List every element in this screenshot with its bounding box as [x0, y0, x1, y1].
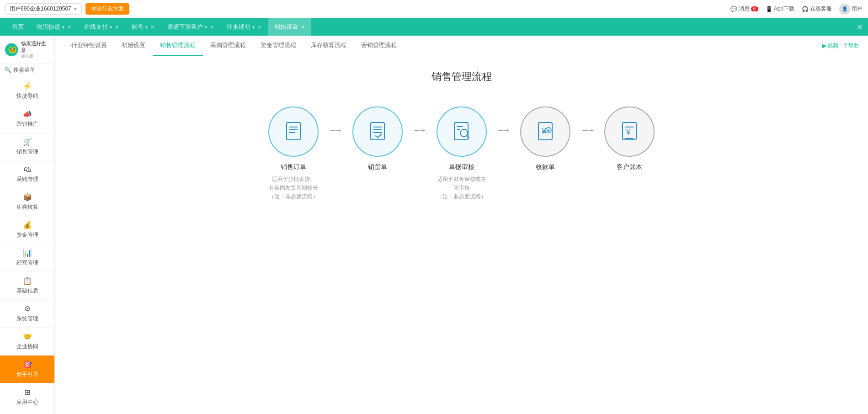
arrow-icon: ---→ [498, 125, 509, 135]
nav-tab-account[interactable]: 账号 ▾ ✕ [125, 18, 161, 36]
user-name-label: 用户 [852, 5, 863, 13]
arrow-icon: ---→ [330, 125, 341, 135]
arrow-icon: ---→ [582, 125, 593, 135]
app-download-button[interactable]: 📱 App下载 [766, 5, 794, 13]
megaphone-icon: 📣 [23, 110, 32, 118]
target-icon: 🎯 [23, 360, 32, 369]
close-icon[interactable]: ✕ [150, 24, 154, 30]
sidebar-item-system[interactable]: ⚙ 系统管理 [0, 300, 54, 328]
sub-tab-finance-flow[interactable]: 资金管理流程 [253, 36, 304, 56]
nav-tab-payment[interactable]: 在线支付 ▾ ✕ [78, 18, 125, 36]
sidebar-item-collaboration[interactable]: 🤝 企业协同 [0, 328, 54, 356]
user-avatar-button[interactable]: 👤 用户 [839, 4, 863, 15]
sidebar-item-purchase[interactable]: 🛍 采购管理 [0, 161, 54, 188]
nav-tab-account-label: 账号 [132, 23, 144, 31]
flow-item-receipt[interactable]: ¥ 收款单 [509, 106, 582, 175]
search-label: 搜索菜单 [13, 66, 35, 74]
sidebar-item-sales-label: 销售管理 [16, 148, 38, 156]
close-icon[interactable]: ✕ [210, 24, 214, 30]
flow-item-sales-invoice[interactable]: 销货单 [341, 106, 414, 175]
sub-tab-industry[interactable]: 行业特性设置 [64, 36, 114, 56]
message-button[interactable]: 💬 消息 6 [730, 5, 758, 13]
app-download-label: App下载 [774, 5, 794, 13]
sidebar-item-operations[interactable]: 📊 经营管理 [0, 244, 54, 272]
video-icon: ▶ [822, 42, 826, 49]
sub-tab-init[interactable]: 初始设置 [114, 36, 153, 56]
sub-tab-purchase-flow[interactable]: 采购管理流程 [203, 36, 253, 56]
page-content: 销售管理流程 销售订单 适用于分批发货、有合同发货周期较长（注：非必要流程） [55, 56, 868, 414]
nav-tab-period[interactable]: 往来期初 ▾ ✕ [220, 18, 268, 36]
nav-tab-init-settings[interactable]: 初始设置 ✕ [268, 18, 311, 36]
sidebar-item-purchase-label: 采购管理 [16, 175, 38, 183]
logo-badge: 标准版 [21, 53, 50, 59]
sidebar-item-apps-label: 应用中心 [16, 398, 38, 406]
close-icon[interactable]: ✕ [301, 24, 305, 30]
nav-tab-logistics-label: 物流快递 [37, 23, 60, 31]
close-icon[interactable]: ✕ [257, 24, 261, 30]
flow-label-audit: 单据审核 [449, 163, 474, 171]
flow-item-sales-order[interactable]: 销售订单 适用于分批发货、有合同发货周期较长（注：非必要流程） [257, 106, 330, 202]
nav-tab-payment-label: 在线支付 [84, 23, 108, 31]
nav-tab-home-label: 首页 [12, 23, 24, 31]
sidebar-item-sales[interactable]: 🛒 销售管理 [0, 133, 54, 161]
sub-tab-industry-label: 行业特性设置 [71, 42, 107, 48]
flow-diagram: 销售订单 适用于分批发货、有合同发货周期较长（注：非必要流程） ---→ [73, 106, 850, 202]
flow-label-sales-invoice: 销货单 [368, 163, 387, 171]
logo-icon: 🐸 [5, 42, 18, 57]
flow-desc-sales-order: 适用于分批发货、有合同发货周期较长（注：非必要流程） [269, 175, 318, 202]
video-help-button[interactable]: ▶ 视频 [822, 42, 838, 50]
sidebar-item-system-label: 系统管理 [16, 315, 38, 323]
sidebar-search[interactable]: 🔍 搜索菜单 [0, 64, 54, 77]
help-icon: ? [844, 42, 847, 49]
sidebar-item-wechat[interactable]: 💬 企业微信 [0, 411, 54, 414]
sidebar-item-quick-nav[interactable]: ⚡ 快捷导航 [0, 77, 54, 105]
sub-tab-purchase-flow-label: 采购管理流程 [210, 42, 246, 48]
online-service-label: 在线客服 [810, 5, 832, 13]
chevron-down-icon: ▾ [252, 25, 255, 30]
account-icon: ¥ [618, 120, 641, 143]
nav-close-all-button[interactable]: ✕ [857, 23, 863, 32]
svg-text:🐸: 🐸 [8, 45, 17, 54]
help-label: 帮助 [848, 42, 859, 50]
experience-button[interactable]: 体验行业方案 [85, 3, 129, 15]
cart-icon: 🛒 [23, 138, 32, 146]
chevron-down-icon: ▾ [62, 25, 64, 30]
headset-icon: 🎧 [802, 6, 809, 12]
main-layout: 🐸 畅康通好生意 标准版 🔍 搜索菜单 ⚡ 快捷导航 📣 营销推广 🛒 销售管理… [0, 36, 868, 414]
sidebar-item-marketing[interactable]: 📣 营销推广 [0, 105, 54, 133]
user-selector-text: 用户690企业1660120507 [10, 5, 71, 13]
close-icon[interactable]: ✕ [67, 24, 71, 30]
flow-item-audit[interactable]: 单据审核 适用于财务审核或主管审核（注：非必要流程） [425, 106, 498, 202]
search-icon: 🔍 [5, 67, 11, 73]
close-icon[interactable]: ✕ [115, 24, 119, 30]
flow-circle-sales-invoice [352, 106, 403, 157]
sidebar-item-basics[interactable]: 📋 基础信息 [0, 272, 54, 300]
video-label: 视频 [827, 42, 838, 50]
sidebar-item-apps[interactable]: ⊞ 应用中心 [0, 383, 54, 411]
sub-tab-marketing-flow[interactable]: 营销管理流程 [354, 36, 404, 56]
nav-tab-home[interactable]: 首页 [5, 18, 30, 36]
sidebar-item-guide-label: 新手引导 [16, 371, 38, 378]
help-button[interactable]: ? 帮助 [844, 42, 859, 50]
avatar: 👤 [839, 4, 850, 15]
svg-text:¥: ¥ [626, 128, 630, 136]
sidebar-item-guide[interactable]: 🎯 新手引导 [0, 356, 54, 383]
box-icon: 📦 [23, 193, 32, 202]
sidebar-item-inventory[interactable]: 📦 库存核算 [0, 188, 54, 216]
lightning-icon: ⚡ [23, 82, 32, 90]
sub-tab-inventory-flow[interactable]: 库存核算流程 [304, 36, 354, 56]
sub-tab-sales-flow[interactable]: 销售管理流程 [153, 36, 203, 56]
bag-icon: 🛍 [24, 165, 31, 174]
chevron-down-icon: ▾ [110, 25, 112, 30]
user-selector[interactable]: 用户690企业1660120507 ▼ [5, 3, 82, 15]
sidebar-item-inventory-label: 库存核算 [16, 203, 38, 211]
flow-item-account[interactable]: ¥ 客户账本 [593, 106, 666, 175]
sidebar-item-operations-label: 经营管理 [16, 259, 38, 267]
grid-icon: ⊞ [24, 388, 30, 397]
sidebar-item-finance[interactable]: 💰 资金管理 [0, 216, 54, 244]
chevron-down-icon: ▼ [73, 6, 78, 11]
nav-tab-invite[interactable]: 邀请下游客户 ▾ ✕ [161, 18, 220, 36]
nav-tab-logistics[interactable]: 物流快递 ▾ ✕ [30, 18, 78, 36]
online-service-button[interactable]: 🎧 在线客服 [802, 5, 832, 13]
flow-arrow-4: ---→ [582, 106, 593, 135]
